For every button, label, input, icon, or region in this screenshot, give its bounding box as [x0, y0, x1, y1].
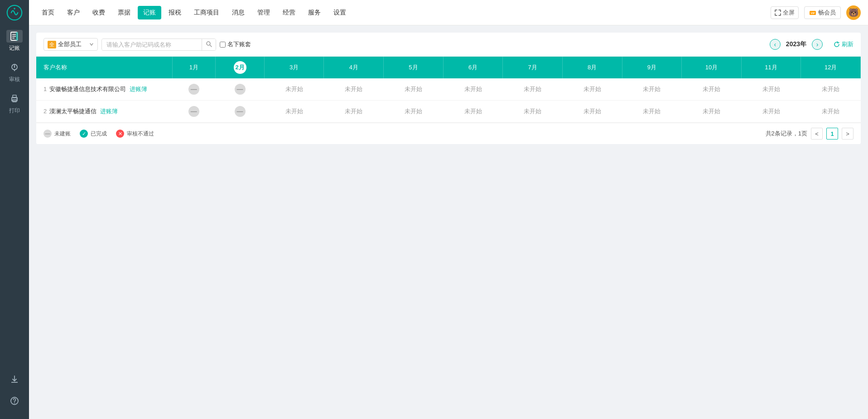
next-year-button[interactable]: › — [812, 39, 823, 50]
ledger-icon — [6, 30, 23, 43]
legend-label-not-started: 未建账 — [54, 130, 71, 138]
header-jun: 6月 — [443, 57, 503, 78]
header-apr: 4月 — [324, 57, 384, 78]
table-row: 1安徽畅捷通信息技术有限公司进账簿——未开始未开始未开始未开始未开始未开始未开始… — [36, 78, 861, 101]
sidebar-item-ledger[interactable]: 记账 — [0, 25, 29, 57]
status-not-started: 未开始 — [464, 108, 482, 115]
legend-not-started: — 未建账 — [43, 130, 71, 138]
cell-month-1: — — [172, 78, 216, 101]
status-not-started: 未开始 — [762, 108, 780, 115]
table-container: 客户名称 1月 2月 3月 4月 5月 6月 7月 8月 9月 10月 11月 — [36, 57, 861, 123]
table-row: 2漠澜太平畅捷通信进账簿——未开始未开始未开始未开始未开始未开始未开始未开始未开… — [36, 101, 861, 123]
cell-month-4: 未开始 — [324, 78, 384, 101]
legend-dot-red: ✕ — [116, 130, 124, 138]
client-name: 安徽畅捷通信息技术有限公司 — [49, 86, 126, 92]
current-page[interactable]: 1 — [826, 128, 838, 140]
nav-manage[interactable]: 管理 — [252, 6, 275, 19]
header-jul: 7月 — [503, 57, 563, 78]
next-page-button[interactable]: > — [842, 128, 854, 140]
status-dash: — — [188, 106, 199, 117]
status-not-started: 未开始 — [464, 86, 482, 92]
refresh-button[interactable]: 刷新 — [834, 40, 854, 48]
chevron-down-icon — [89, 42, 94, 47]
svg-point-1 — [14, 8, 15, 10]
legend-completed: ✓ 已完成 — [80, 130, 107, 138]
nav-service[interactable]: 服务 — [303, 6, 326, 19]
refresh-icon — [834, 41, 840, 48]
status-not-started: 未开始 — [524, 108, 541, 115]
svg-line-21 — [210, 45, 212, 47]
cell-month-9: 未开始 — [622, 101, 682, 123]
vip-icon: VIP — [809, 9, 816, 16]
nav-invoice[interactable]: 票据 — [112, 6, 136, 19]
svg-point-17 — [14, 403, 15, 404]
cell-month-2: — — [216, 101, 265, 123]
sidebar-item-audit[interactable]: 审核 — [0, 57, 29, 88]
main-card: 全 全部员工 — [36, 33, 861, 144]
cell-month-10: 未开始 — [682, 78, 742, 101]
cell-month-5: 未开始 — [384, 78, 444, 101]
header-feb: 2月 — [216, 57, 265, 78]
cell-client-name: 1安徽畅捷通信息技术有限公司进账簿 — [36, 78, 172, 101]
nav-home[interactable]: 首页 — [36, 6, 60, 19]
nav-msg[interactable]: 消息 — [227, 6, 250, 19]
fullscreen-label: 全屏 — [783, 9, 795, 17]
nav-client[interactable]: 客户 — [62, 6, 85, 19]
status-not-started: 未开始 — [345, 86, 362, 92]
nav-operation[interactable]: 经营 — [277, 6, 301, 19]
employee-select[interactable]: 全 全部员工 — [43, 38, 98, 51]
cell-month-1: — — [172, 101, 216, 123]
header-sep: 9月 — [622, 57, 682, 78]
nav-biz[interactable]: 工商项目 — [188, 6, 225, 19]
cell-month-7: 未开始 — [503, 101, 563, 123]
row-index: 1 — [43, 86, 47, 92]
pagination: 共2条记录，1页 < 1 > — [766, 128, 854, 140]
cell-month-11: 未开始 — [741, 78, 801, 101]
enter-ledger-link[interactable]: 进账簿 — [100, 108, 118, 115]
nav-tax[interactable]: 报税 — [163, 6, 187, 19]
header-jan: 1月 — [172, 57, 216, 78]
status-not-started: 未开始 — [405, 108, 422, 115]
search-input[interactable] — [102, 39, 202, 50]
status-not-started: 未开始 — [822, 108, 839, 115]
sidebar-item-ledger-label: 记账 — [9, 44, 20, 52]
cell-month-6: 未开始 — [443, 101, 503, 123]
sidebar-item-print[interactable]: 打印 — [0, 88, 29, 119]
sidebar-item-help[interactable] — [0, 390, 29, 412]
status-not-started: 未开始 — [345, 108, 362, 115]
my-accounts-check-input[interactable] — [220, 42, 226, 48]
fullscreen-button[interactable]: 全屏 — [771, 6, 799, 19]
nav-settings[interactable]: 设置 — [328, 6, 352, 19]
user-avatar[interactable]: 🐻 — [846, 5, 861, 20]
nav-bar: 首页 客户 收费 票据 记账 报税 工商项目 消息 管理 经营 服务 设置 — [36, 6, 769, 19]
year-nav: ‹ 2023年 › — [770, 39, 823, 50]
my-accounts-checkbox[interactable]: 名下账套 — [220, 40, 251, 48]
vip-button[interactable]: VIP 畅会员 — [804, 6, 841, 19]
toolbar: 全 全部员工 — [36, 33, 861, 57]
sidebar-item-download[interactable] — [0, 368, 29, 390]
status-dash: — — [188, 84, 199, 95]
header-oct: 10月 — [682, 57, 742, 78]
checkbox-text: 名下账套 — [227, 40, 251, 48]
cell-month-3: 未开始 — [264, 101, 324, 123]
nav-fees[interactable]: 收费 — [87, 6, 111, 19]
prev-year-button[interactable]: ‹ — [770, 39, 781, 50]
prev-page-button[interactable]: < — [811, 128, 823, 140]
sidebar: 记账 审核 打印 — [0, 0, 29, 419]
header-aug: 8月 — [562, 57, 622, 78]
enter-ledger-link[interactable]: 进账簿 — [130, 86, 147, 92]
status-dash: — — [235, 106, 246, 117]
print-icon — [6, 92, 23, 105]
svg-text:VIP: VIP — [810, 12, 815, 14]
status-not-started: 未开始 — [762, 86, 780, 92]
status-not-started: 未开始 — [822, 86, 839, 92]
booking-table: 客户名称 1月 2月 3月 4月 5月 6月 7月 8月 9月 10月 11月 — [36, 57, 861, 123]
topbar: 首页 客户 收费 票据 记账 报税 工商项目 消息 管理 经营 服务 设置 全屏 — [29, 0, 868, 25]
nav-ledger[interactable]: 记账 — [138, 6, 161, 19]
cell-month-11: 未开始 — [741, 101, 801, 123]
status-not-started: 未开始 — [405, 86, 422, 92]
search-button[interactable] — [202, 39, 216, 50]
app-logo — [0, 0, 29, 25]
svg-point-9 — [14, 67, 15, 68]
svg-rect-6 — [16, 32, 18, 40]
